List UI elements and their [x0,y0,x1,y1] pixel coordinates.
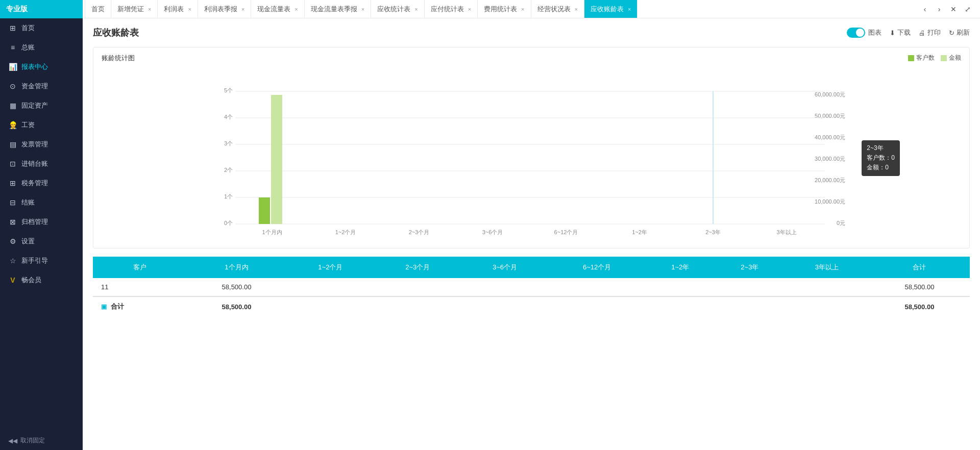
col-customer: 客户 [93,257,186,278]
tab-cashflow-quarterly[interactable]: 现金流量表季报 × [305,0,371,18]
sidebar-item-vip[interactable]: V 畅会员 [0,270,83,290]
tab-ap-stats[interactable]: 应付统计表 × [425,0,478,18]
salary-icon: 👷 [8,121,17,129]
tab-cashflow-quarterly-close[interactable]: × [361,6,364,12]
tab-ap-stats-close[interactable]: × [468,6,471,12]
download-button[interactable]: ⬇ 下载 [890,28,911,37]
total-icon: ▣ [101,303,107,310]
cell-customer: 11 [93,278,186,296]
sidebar-item-label: 总账 [21,43,35,52]
chart-container: 账龄统计图 客户数 金额 0个 1个 2个 3个 4个 [93,47,970,248]
tab-next-button[interactable]: › [933,3,945,15]
footer-total: 58,500.00 [869,296,970,316]
tab-profit-close[interactable]: × [188,6,191,12]
fixed-assets-icon: ▦ [8,102,17,110]
tab-voucher-label: 新增凭证 [117,5,144,14]
sidebar-item-funds[interactable]: ⊙ 资金管理 [0,77,83,96]
chart-toggle-wrap: 图表 [847,28,881,38]
tab-home-label: 首页 [91,5,105,14]
tab-maximize-button[interactable]: ⤢ [962,3,974,15]
app-logo: 专业版 [0,0,83,18]
tab-expense-stats[interactable]: 费用统计表 × [478,0,531,18]
sidebar-item-salary[interactable]: 👷 工资 [0,115,83,135]
tab-voucher[interactable]: 新增凭证 × [111,0,158,18]
tab-biz-status-label: 经营状况表 [537,5,571,14]
print-button[interactable]: 🖨 打印 [919,28,941,37]
tab-prev-button[interactable]: ‹ [919,3,931,15]
svg-text:0个: 0个 [224,220,233,226]
tab-ar-aging-close[interactable]: × [628,6,631,12]
gear-icon: ⚙ [8,237,17,245]
svg-text:5个: 5个 [224,87,233,93]
chart-toggle[interactable] [847,28,865,38]
tab-profit[interactable]: 利润表 × [158,0,198,18]
tab-expense-stats-close[interactable]: × [521,6,524,12]
sidebar-item-guide[interactable]: ☆ 新手引导 [0,251,83,270]
tab-ar-stats-close[interactable]: × [414,6,418,12]
unpin-button[interactable]: ◀◀ 取消固定 [0,431,83,450]
svg-text:2~3年: 2~3年 [705,229,721,235]
sidebar-item-label: 首页 [21,23,35,33]
legend-amount-dot [941,55,947,61]
tab-ar-stats-label: 应收统计表 [377,5,410,14]
chart-svg-wrap: 0个 1个 2个 3个 4个 5个 0元 10,000.00元 20,000.0… [102,67,961,242]
legend-amount-label: 金额 [949,54,961,62]
svg-text:30,000.00元: 30,000.00元 [815,156,845,162]
col-m6-12: 6~12个月 [548,257,645,278]
sidebar-item-tax[interactable]: ⊞ 税务管理 [0,173,83,193]
tab-bar: 首页 新增凭证 × 利润表 × 利润表季报 × 现金流量表 × 现金流量表季报 … [83,0,980,18]
sidebar-item-settings[interactable]: ⚙ 设置 [0,232,83,251]
content-area: 应收账龄表 图表 ⬇ 下载 🖨 打印 ↻ 刷新 [83,18,980,450]
sidebar-item-invoice[interactable]: ▤ 发票管理 [0,135,83,154]
tab-voucher-close[interactable]: × [148,6,151,12]
sidebar-item-sales[interactable]: ⊡ 进销台账 [0,154,83,173]
sidebar-item-label: 工资 [21,120,35,130]
svg-text:3个: 3个 [224,140,233,146]
closing-icon: ⊟ [8,198,17,207]
chart-toggle-label: 图表 [868,28,881,37]
col-m3-6: 3~6个月 [461,257,549,278]
footer-m6-12 [548,296,645,316]
tab-ar-stats[interactable]: 应收统计表 × [371,0,424,18]
svg-text:0元: 0元 [837,220,845,226]
sidebar-item-label: 发票管理 [21,140,48,149]
tab-cashflow-close[interactable]: × [295,6,298,12]
cell-m3-6 [461,278,549,296]
svg-text:1~2个月: 1~2个月 [335,229,356,235]
tab-profit-quarterly[interactable]: 利润表季报 × [198,0,251,18]
footer-m1-2 [287,296,374,316]
tab-home[interactable]: 首页 [85,0,111,18]
cell-m2-3 [374,278,461,296]
tab-profit-quarterly-close[interactable]: × [241,6,244,12]
home-icon: ⊞ [8,24,17,32]
footer-label-text: 合计 [111,303,124,310]
tab-biz-status-close[interactable]: × [575,6,578,12]
svg-text:6~12个月: 6~12个月 [554,229,578,235]
tab-biz-status[interactable]: 经营状况表 × [531,0,584,18]
table-row: 11 58,500.00 58,500.00 [93,278,970,296]
footer-m3-6 [461,296,549,316]
ledger-icon: ≡ [8,43,17,52]
sidebar-item-home[interactable]: ⊞ 首页 [0,18,83,38]
tab-cashflow[interactable]: 现金流量表 × [251,0,304,18]
sidebar-item-fixed-assets[interactable]: ▦ 固定资产 [0,96,83,115]
tax-icon: ⊞ [8,179,17,187]
tab-close-all-button[interactable]: ✕ [947,3,960,15]
sidebar-item-label: 资金管理 [21,82,48,91]
cell-total: 58,500.00 [869,278,970,296]
sidebar-item-label: 结账 [21,198,35,207]
tab-ar-aging[interactable]: 应收账龄表 × [584,0,638,18]
bar-amount-1 [271,95,282,224]
refresh-button[interactable]: ↻ 刷新 [949,28,970,37]
sidebar-item-ledger[interactable]: ≡ 总账 [0,38,83,57]
guide-icon: ☆ [8,257,17,265]
print-icon: 🖨 [919,29,925,37]
chart-title: 账龄统计图 [102,54,961,63]
sidebar-item-reports[interactable]: 📊 报表中心 [0,57,83,77]
svg-text:3~6个月: 3~6个月 [482,229,503,235]
funds-icon: ⊙ [8,82,17,90]
tab-controls: ‹ › ✕ ⤢ [919,3,978,15]
col-y2-3: 2~3年 [715,257,785,278]
sidebar-item-archive[interactable]: ⊠ 归档管理 [0,212,83,232]
sidebar-item-closing[interactable]: ⊟ 结账 [0,193,83,212]
